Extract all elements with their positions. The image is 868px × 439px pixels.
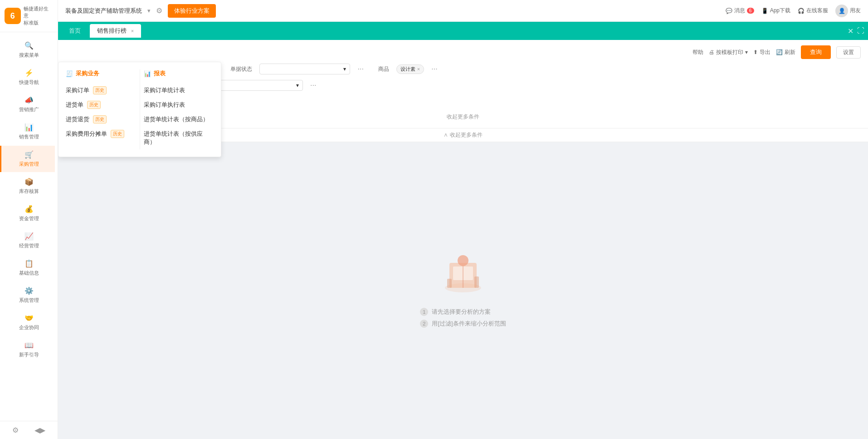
message-item[interactable]: 💬 消息 6: [726, 7, 754, 15]
menu-item-return[interactable]: 进货退货 历史: [66, 112, 136, 127]
logo-icon: 6: [5, 8, 21, 24]
menu-item-receipt[interactable]: 进货单 历史: [66, 98, 136, 112]
collapse-sidebar-icon[interactable]: ◀▶: [34, 426, 45, 434]
tabs-bar: 首页 销售排行榜 × ✕ ⛶: [58, 22, 868, 40]
voucher-status-label: 单据状态: [230, 65, 252, 73]
sidebar-nav: 🔍 搜索菜单 ⚡ 快捷导航 📣 营销推广 📊 销售管理 🛒 采购管理 📦 库存核…: [0, 32, 58, 421]
empty-hint-1: 1 请先选择要分析的方案: [420, 306, 506, 318]
empty-text: 1 请先选择要分析的方案 2 用[过滤]条件来缩小分析范围: [420, 306, 506, 330]
salesman-dots[interactable]: ···: [310, 81, 316, 89]
tab-home[interactable]: 首页: [62, 24, 88, 38]
svg-rect-5: [447, 279, 452, 288]
empty-state: 1 请先选择要分析的方案 2 用[过滤]条件来缩小分析范围: [58, 142, 868, 439]
purchase-section-title: 🧾 采购业务: [66, 69, 136, 78]
history-badge-1: 历史: [87, 101, 101, 109]
refresh-btn[interactable]: 🔄 刷新: [776, 49, 795, 56]
empty-hint-2: 2 用[过滤]条件来缩小分析范围: [420, 318, 506, 330]
system-icon: ⚙️: [24, 286, 34, 295]
tab-sales-rank[interactable]: 销售排行榜 ×: [90, 24, 141, 38]
menu-item-purchase-order[interactable]: 采购订单 历史: [66, 83, 136, 98]
topbar-right: 💬 消息 6 📱 App下载 🎧 在线客服 👤 用友: [726, 5, 861, 17]
export-btn[interactable]: ⬆ 导出: [753, 49, 770, 56]
settings-bottom-icon[interactable]: ⚙: [12, 426, 19, 434]
industry-btn[interactable]: 体验行业方案: [168, 4, 216, 18]
message-badge: 6: [747, 8, 754, 14]
help-btn[interactable]: 帮助: [692, 49, 703, 56]
sidebar-item-search[interactable]: 🔍 搜索菜单: [3, 37, 55, 63]
print-btn[interactable]: 🖨 按模板打印 ▾: [709, 49, 748, 56]
inventory-icon: 📦: [24, 178, 34, 186]
sidebar-bottom: ⚙ ◀▶: [0, 421, 58, 439]
tab-maximize-btn[interactable]: ⛶: [857, 27, 864, 35]
headset-icon: 🎧: [798, 8, 805, 14]
svg-point-3: [458, 255, 468, 266]
collapse-btn[interactable]: 收起更多条件: [445, 111, 481, 123]
voucher-status-dots[interactable]: ···: [357, 65, 363, 73]
online-service-item[interactable]: 🎧 在线客服: [798, 7, 828, 15]
logo-text: 畅捷通好生意 标准版: [24, 5, 53, 26]
sidebar-item-system[interactable]: ⚙️ 系统管理: [3, 282, 55, 308]
operations-icon: 📈: [24, 232, 34, 241]
finance-icon: 💰: [24, 205, 34, 213]
message-icon: 💬: [726, 8, 732, 14]
sidebar-item-finance[interactable]: 💰 资金管理: [3, 200, 55, 227]
guide-icon: 📖: [24, 341, 34, 350]
sidebar-item-purchase[interactable]: 🛒 采购管理: [0, 146, 55, 172]
report-section-icon: 📊: [144, 70, 151, 77]
basic-icon: 📋: [24, 259, 34, 268]
print-dropdown-icon: ▾: [745, 49, 748, 55]
salesman-select[interactable]: ▾: [212, 80, 303, 91]
tab-close-window-btn[interactable]: ✕: [848, 27, 853, 35]
empty-illustration: [436, 252, 490, 297]
menu-item-po-stats[interactable]: 采购订单统计表: [144, 83, 214, 98]
sidebar: 6 畅捷通好生意 标准版 🔍 搜索菜单 ⚡ 快捷导航 📣 营销推广 📊 销售管理…: [0, 0, 58, 439]
content-area: 帮助 🖨 按模板打印 ▾ ⬆ 导出 🔄 刷新 查询 设置: [58, 40, 868, 439]
phone-icon: 📱: [761, 8, 768, 14]
quick-nav-icon: ⚡: [24, 69, 34, 77]
voucher-status-select[interactable]: ▾: [259, 64, 350, 74]
menu-item-receipt-stats-supplier[interactable]: 进货单统计表（按供应商）: [144, 127, 214, 149]
menu-item-receipt-stats-goods[interactable]: 进货单统计表（按商品）: [144, 112, 214, 127]
history-badge-3: 历史: [111, 130, 124, 138]
history-badge-0: 历史: [93, 86, 107, 94]
goods-dots[interactable]: ···: [431, 65, 437, 73]
purchase-dropdown-menu: 🧾 采购业务 采购订单 历史 进货单 历史 进货退货 历史: [58, 62, 221, 157]
menu-item-po-exec[interactable]: 采购订单执行表: [144, 98, 214, 112]
sidebar-item-guide[interactable]: 📖 新手引导: [3, 336, 55, 363]
sidebar-item-quick-nav[interactable]: ⚡ 快捷导航: [3, 64, 55, 90]
user-avatar: 👤: [835, 5, 848, 17]
sidebar-item-operations[interactable]: 📈 经营管理: [3, 227, 55, 254]
settings-icon[interactable]: ⚙: [156, 6, 162, 15]
sidebar-item-marketing[interactable]: 📣 营销推广: [3, 91, 55, 118]
print-icon: 🖨: [709, 49, 714, 55]
user-item[interactable]: 👤 用友: [835, 5, 861, 17]
system-title: 装备及固定资产辅助管理系统: [65, 7, 142, 15]
topbar-dropdown-arrow[interactable]: ▾: [147, 7, 151, 14]
topbar: 装备及固定资产辅助管理系统 ▾ ⚙ 体验行业方案 💬 消息 6 📱 App下载 …: [58, 0, 868, 22]
set-btn[interactable]: 设置: [836, 46, 861, 59]
sales-icon: 📊: [24, 123, 34, 132]
menu-section-purchase: 🧾 采购业务 采购订单 历史 进货单 历史 进货退货 历史: [66, 69, 136, 149]
menu-section-report: 📊 报表 采购订单统计表 采购订单执行表 进货单统计表（按商品） 进货单统计表（…: [144, 69, 214, 149]
step-2-circle: 2: [420, 320, 428, 328]
menu-item-expense[interactable]: 采购费用分摊单 历史: [66, 127, 136, 141]
step-1-circle: 1: [420, 308, 428, 316]
sidebar-item-inventory[interactable]: 📦 库存核算: [3, 173, 55, 199]
menu-divider: [140, 69, 140, 149]
main-area: 装备及固定资产辅助管理系统 ▾ ⚙ 体验行业方案 💬 消息 6 📱 App下载 …: [58, 0, 868, 439]
collapse-icon[interactable]: ∧ 收起更多条件: [444, 131, 482, 139]
search-icon: 🔍: [24, 41, 34, 50]
purchase-section-icon: 🧾: [66, 70, 73, 77]
sidebar-item-basic[interactable]: 📋 基础信息: [3, 255, 55, 281]
goods-tag[interactable]: 设计素 ×: [396, 64, 424, 74]
history-badge-2: 历史: [93, 115, 107, 123]
tab-close-icon[interactable]: ×: [131, 28, 134, 34]
report-section-title: 📊 报表: [144, 69, 214, 78]
sidebar-item-sales[interactable]: 📊 销售管理: [3, 118, 55, 145]
purchase-icon: 🛒: [24, 150, 34, 159]
query-btn[interactable]: 查询: [801, 45, 831, 59]
export-icon: ⬆: [753, 49, 758, 55]
goods-tag-close[interactable]: ×: [417, 66, 420, 72]
sidebar-item-cooperation[interactable]: 🤝 企业协同: [3, 309, 55, 335]
app-download-item[interactable]: 📱 App下载: [761, 7, 790, 15]
